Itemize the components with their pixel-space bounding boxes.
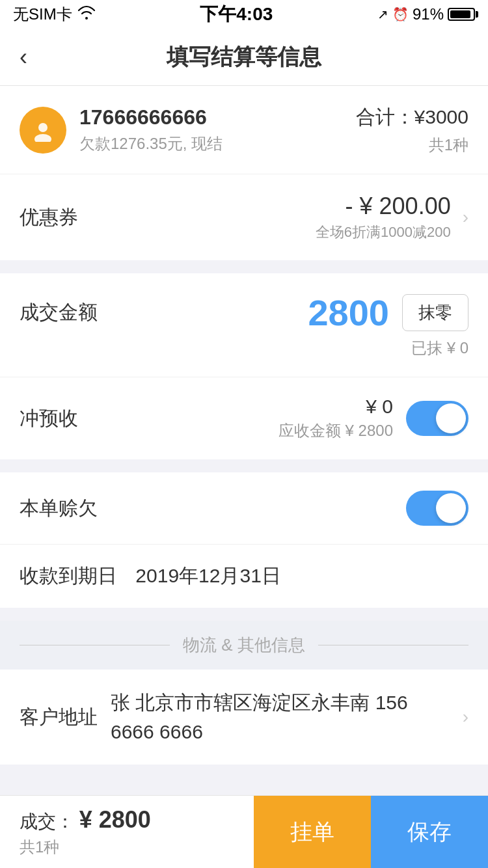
section-divider-2 xyxy=(0,459,488,472)
status-left: 无SIM卡 xyxy=(13,4,96,25)
deal-sub: 已抹 ¥ 0 xyxy=(20,338,468,359)
pending-button[interactable]: 挂单 xyxy=(254,796,371,869)
user-left: 17666666666 欠款1276.35元, 现结 xyxy=(20,105,223,154)
duedate-section: 收款到期日 2019年12月31日 xyxy=(0,544,488,608)
bottom-deal-amount: ¥ 2800 xyxy=(79,806,151,833)
address-section[interactable]: 客户地址 张 北京市市辖区海淀区永丰南 156 6666 6666 › xyxy=(0,670,488,765)
battery-fill xyxy=(450,10,470,18)
coupon-desc: 全场6折满1000减200 xyxy=(316,223,451,242)
address-label: 客户地址 xyxy=(20,704,98,731)
page-title: 填写结算等信息 xyxy=(167,42,321,72)
bottom-bar: 成交： ¥ 2800 共1种 挂单 保存 xyxy=(0,795,488,868)
total-count: 共1种 xyxy=(356,135,468,156)
carrier-label: 无SIM卡 xyxy=(13,4,72,25)
svg-point-0 xyxy=(38,123,47,132)
credit-toggle[interactable] xyxy=(406,491,468,526)
status-right: ↗ ⏰ 91% xyxy=(377,5,475,23)
location-icon: ↗ xyxy=(377,7,388,22)
duedate-value: 2019年12月31日 xyxy=(135,565,280,586)
coupon-row[interactable]: 优惠券 - ¥ 200.00 全场6折满1000减200 › xyxy=(0,174,488,260)
bottom-deal-line: 成交： ¥ 2800 xyxy=(20,806,234,834)
user-right: 合计：¥3000 共1种 xyxy=(356,104,468,156)
svg-point-1 xyxy=(34,134,51,142)
section-divider-1 xyxy=(0,260,488,273)
coupon-label: 优惠券 xyxy=(20,204,78,231)
coupon-chevron-icon: › xyxy=(463,207,468,228)
divider-line-right xyxy=(318,645,468,645)
address-value: 张 北京市市辖区海淀区永丰南 156 6666 6666 xyxy=(111,688,456,746)
duedate-label: 收款到期日 2019年12月31日 xyxy=(20,565,281,586)
deal-row: 成交金额 2800 抹零 xyxy=(20,292,468,334)
deal-right: 2800 抹零 xyxy=(308,292,468,334)
user-info: 17666666666 欠款1276.35元, 现结 xyxy=(79,105,223,154)
user-row: 17666666666 欠款1276.35元, 现结 合计：¥3000 共1种 xyxy=(0,86,488,174)
save-button[interactable]: 保存 xyxy=(371,796,488,869)
deal-label: 成交金额 xyxy=(20,299,98,326)
user-info-card: 17666666666 欠款1276.35元, 现结 合计：¥3000 共1种 … xyxy=(0,86,488,260)
round-button[interactable]: 抹零 xyxy=(402,294,468,331)
wifi-icon xyxy=(77,5,96,23)
battery-icon xyxy=(448,8,475,21)
bottom-summary: 成交： ¥ 2800 共1种 xyxy=(0,806,254,858)
back-button[interactable]: ‹ xyxy=(20,44,27,71)
bottom-deal-label: 成交： xyxy=(20,811,74,832)
alarm-icon: ⏰ xyxy=(392,7,409,22)
deal-section: 成交金额 2800 抹零 已抹 ¥ 0 xyxy=(0,273,488,377)
prepay-label: 冲预收 xyxy=(20,405,78,432)
user-debt: 欠款1276.35元, 现结 xyxy=(79,133,223,154)
duedate-label-text: 收款到期日 xyxy=(20,565,117,586)
section-divider-3 xyxy=(0,608,488,621)
divider-line-left xyxy=(20,645,170,645)
status-bar: 无SIM卡 下午4:03 ↗ ⏰ 91% xyxy=(0,0,488,29)
bottom-count: 共1种 xyxy=(20,837,234,858)
total-amount: 合计：¥3000 xyxy=(356,104,468,131)
battery-percent: 91% xyxy=(413,5,444,23)
address-chevron-icon: › xyxy=(463,707,468,727)
prepay-amount: ¥ 0 xyxy=(278,396,393,418)
toggle-knob xyxy=(436,403,466,433)
avatar xyxy=(20,107,66,154)
credit-label: 本单赊欠 xyxy=(20,495,98,522)
prepay-right: ¥ 0 应收金额 ¥ 2800 xyxy=(278,396,468,441)
user-phone: 17666666666 xyxy=(79,105,223,129)
prepay-amount-wrap: ¥ 0 应收金额 ¥ 2800 xyxy=(278,396,393,441)
logistics-divider: 物流 & 其他信息 xyxy=(0,621,488,670)
logistics-label: 物流 & 其他信息 xyxy=(183,634,305,657)
prepay-row: 冲预收 ¥ 0 应收金额 ¥ 2800 xyxy=(0,377,488,459)
prepay-toggle[interactable] xyxy=(406,401,468,436)
credit-section: 本单赊欠 xyxy=(0,472,488,544)
nav-bar: ‹ 填写结算等信息 xyxy=(0,29,488,86)
coupon-text-wrap: - ¥ 200.00 全场6折满1000减200 xyxy=(316,193,451,242)
content-area: 17666666666 欠款1276.35元, 现结 合计：¥3000 共1种 … xyxy=(0,86,488,868)
status-time: 下午4:03 xyxy=(200,2,273,27)
coupon-amount: - ¥ 200.00 xyxy=(316,193,451,220)
deal-amount-value: 2800 xyxy=(308,292,389,334)
coupon-right: - ¥ 200.00 全场6折满1000减200 › xyxy=(316,193,468,242)
credit-toggle-knob xyxy=(436,493,466,523)
prepay-sub: 应收金额 ¥ 2800 xyxy=(278,420,393,441)
